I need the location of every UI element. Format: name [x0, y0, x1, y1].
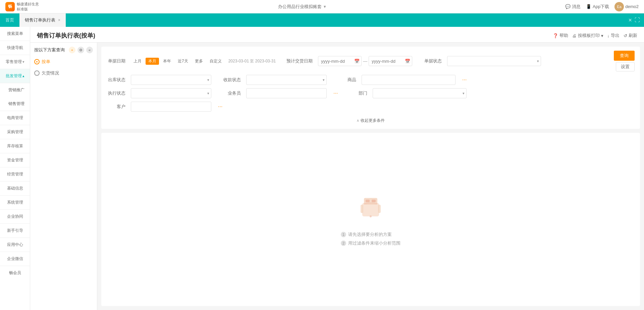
base-label: 基础信息 — [7, 186, 23, 191]
page-actions: ❓ 帮助 🖨 按模板打印 ▾ ↓ 导出 ↺ 刷新 — [553, 33, 638, 39]
logo-text: 畅捷通好生意 标准版 — [17, 2, 39, 11]
sidebar-item-system[interactable]: 系统管理 — [0, 196, 30, 210]
sidebar-item-finance[interactable]: 资金管理 — [0, 153, 30, 167]
template-print-arrow[interactable]: ▾ — [601, 33, 603, 38]
sidebar-item-newbie[interactable]: 新手引导 — [0, 224, 30, 238]
sidebar-item-coop[interactable]: 企业协同 — [0, 210, 30, 224]
hint-text-1: 请先选择要分析的方案 — [348, 230, 392, 239]
dept-select-wrap: ▾ — [373, 88, 467, 98]
sidebar-item-search-menu[interactable]: 搜索菜单 — [0, 27, 30, 41]
sidebar-item-base[interactable]: 基础信息 — [0, 182, 30, 196]
exec-select[interactable] — [131, 88, 211, 98]
page-header: 销售订单执行表(按单) ❓ 帮助 🖨 按模板打印 ▾ ↓ 导出 ↺ 刷新 — [30, 27, 644, 43]
retail-expand-icon: ▾ — [22, 60, 24, 64]
expected-date-inputs: 📅 — 📅 — [318, 56, 412, 66]
calendar-start-icon[interactable]: 📅 — [354, 59, 360, 64]
delivery-select[interactable] — [131, 75, 211, 85]
calendar-end-icon[interactable]: 📅 — [405, 59, 410, 64]
salesperson-input[interactable] — [246, 88, 327, 98]
date-btn-近7天[interactable]: 近7天 — [175, 58, 191, 65]
tab-controls: × ⛶ — [624, 13, 644, 27]
customer-input[interactable] — [131, 102, 211, 112]
product-input[interactable] — [362, 75, 455, 85]
coop-label: 企业协同 — [7, 214, 23, 219]
app-download-btn[interactable]: 📱 App下载 — [586, 4, 609, 10]
user-name: demo2 — [625, 4, 639, 9]
tab-minimize-icon[interactable]: × — [628, 17, 632, 24]
help-icon: ❓ — [553, 33, 558, 38]
date-btn-本年[interactable]: 本年 — [160, 58, 174, 65]
newbie-label: 新手引导 — [7, 228, 23, 233]
date-btn-自定义[interactable]: 自定义 — [207, 58, 224, 65]
export-btn[interactable]: ↓ 导出 — [607, 33, 620, 39]
delivery-select-wrap: ▾ — [131, 75, 211, 85]
product-label: 商品 — [337, 77, 356, 83]
tab-close-icon[interactable]: × — [58, 18, 60, 22]
sidebar-item-purchase[interactable]: 采购管理 — [0, 125, 30, 139]
sidebar-item-wholesale[interactable]: 批发管理 ▴ — [0, 69, 30, 83]
status-select-wrap: ▾ — [447, 56, 541, 66]
sidebar-item-wechat[interactable]: 企业微信 — [0, 252, 30, 266]
tab-sales-order[interactable]: 销售订单执行表 × — [19, 13, 66, 27]
template-print-btn[interactable]: 🖨 按模板打印 ▾ — [572, 33, 603, 39]
app-download-icon: 📱 — [586, 4, 591, 9]
help-btn[interactable]: ❓ 帮助 — [553, 33, 568, 39]
query-btn[interactable]: 查询 — [614, 51, 635, 61]
add-scheme-btn[interactable]: + — [69, 47, 75, 53]
sidebar-item-operation[interactable]: 经营管理 — [0, 167, 30, 182]
date-btn-更多[interactable]: 更多 — [192, 58, 206, 65]
tab-maximize-icon[interactable]: ⛶ — [635, 17, 640, 23]
date-btn-上月[interactable]: 上月 — [131, 58, 144, 65]
user-area[interactable]: Ea demo2 — [614, 2, 639, 11]
exec-label: 执行状态 — [107, 90, 125, 96]
customer-dots[interactable]: ··· — [218, 104, 222, 110]
salesperson-dots[interactable]: ··· — [333, 90, 338, 96]
setting-btn[interactable]: 设置 — [616, 62, 635, 71]
tab-home[interactable]: 首页 — [0, 13, 19, 27]
ecom-label: 电商管理 — [7, 115, 23, 120]
svg-rect-4 — [361, 205, 363, 213]
sidebar-item-appstore[interactable]: 应用中心 — [0, 238, 30, 252]
sidebar-item-marketing[interactable]: 营销推广 — [0, 83, 30, 97]
collapse-btn[interactable]: ∧ 收起更多条件 — [357, 118, 385, 123]
sidebar-item-sales[interactable]: 销售管理 — [0, 97, 30, 111]
collapse-panel-btn[interactable]: « — [86, 47, 93, 53]
refresh-btn[interactable]: ↺ 刷新 — [624, 33, 637, 39]
empty-state: 1 请先选择要分析的方案 2 用过滤条件来缩小分析范围 — [101, 133, 640, 306]
tab-home-label: 首页 — [5, 17, 14, 23]
salesperson-label: 业务员 — [222, 90, 241, 96]
status-select[interactable] — [447, 56, 541, 66]
finance-label: 资金管理 — [7, 158, 23, 162]
header-title-area[interactable]: 办公用品行业模拟账套 ▾ — [278, 4, 326, 10]
menu-item-按单[interactable]: ● 按单 — [30, 56, 97, 67]
sidebar-item-ecom[interactable]: 电商管理 — [0, 111, 30, 125]
dept-select[interactable] — [373, 88, 467, 98]
sidebar-item-quick-nav[interactable]: 快捷导航 — [0, 41, 30, 55]
svg-rect-0 — [362, 203, 379, 216]
appstore-label: 应用中心 — [7, 242, 23, 247]
menu-dot-orange: ● — [34, 59, 40, 64]
hint-num-2: 2 — [341, 241, 346, 246]
retail-label: 零售管理 — [6, 59, 22, 65]
filter-area: 单据日期 上月 本月 本年 近7天 更多 自定义 2023-03-01 至 20… — [101, 47, 640, 129]
svg-rect-2 — [366, 200, 370, 202]
menu-item-欠货情况[interactable]: ◌ 欠货情况 — [30, 67, 97, 79]
date-btn-本月[interactable]: 本月 — [146, 58, 159, 65]
sidebar-item-stock[interactable]: 库存核算 — [0, 139, 30, 153]
right-panel: 单据日期 上月 本月 本年 近7天 更多 自定义 2023-03-01 至 20… — [97, 43, 644, 310]
payment-select[interactable] — [246, 75, 327, 85]
product-dots[interactable]: ··· — [462, 77, 467, 83]
message-btn[interactable]: 💬 消息 — [565, 4, 581, 10]
header-dropdown-arrow[interactable]: ▾ — [324, 4, 326, 9]
filter-row-4: 客户 ··· — [107, 102, 635, 112]
payment-label: 收款状态 — [222, 77, 241, 83]
sidebar-item-vip[interactable]: 畅会员 — [0, 266, 30, 280]
filter-row-3: 执行状态 ▾ 业务员 ··· 部门 — [107, 88, 635, 98]
menu-item-按单-label: 按单 — [42, 59, 50, 65]
settings-scheme-btn[interactable]: ⚙ — [77, 47, 84, 53]
sidebar-item-retail[interactable]: 零售管理 ▾ — [0, 55, 30, 69]
hint-text-2: 用过滤条件来缩小分析范围 — [348, 239, 400, 248]
dept-label: 部门 — [348, 90, 367, 96]
page-title: 销售订单执行表(按单) — [37, 32, 95, 40]
template-print-icon: 🖨 — [572, 33, 577, 38]
